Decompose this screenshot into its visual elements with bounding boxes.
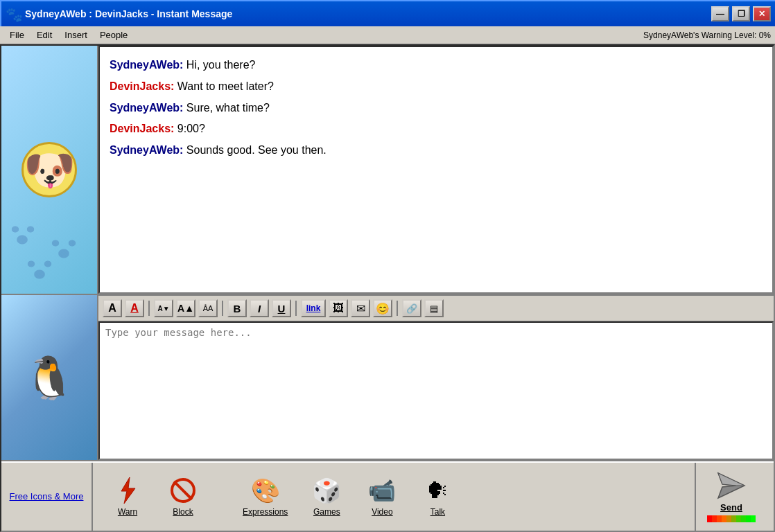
font-button[interactable]: A	[103, 299, 122, 317]
title-buttons: — ❐ ✕	[711, 6, 771, 21]
msg-text: Want to meet later?	[174, 80, 273, 92]
sender-name: DevinJacks:	[110, 123, 174, 134]
toolbar-separator-3	[295, 301, 297, 316]
font-color-button[interactable]: A	[125, 299, 144, 317]
video-button[interactable]: 📹 Video	[354, 472, 410, 521]
send-icon-svg	[717, 472, 746, 499]
font-style-button[interactable]: ÂA	[198, 299, 218, 317]
chat-message-4: DevinJacks: 9:00?	[110, 119, 763, 139]
font-larger-button[interactable]: A▲	[176, 299, 195, 317]
sender-name: SydneyAWeb:	[110, 102, 183, 114]
warn-icon-svg	[114, 476, 141, 505]
warn-button[interactable]: Warn	[100, 472, 155, 521]
games-label: Games	[313, 507, 340, 517]
image-button[interactable]: 🖼	[329, 299, 348, 317]
games-button[interactable]: 🎲 Games	[299, 472, 354, 521]
send-icon	[717, 472, 746, 499]
bottom-toolbar: Free Icons & More Warn	[1, 461, 774, 531]
menu-items: File Edit Insert People	[4, 28, 133, 42]
window-title: SydneyAWeb : DevinJacks - Instant Messag…	[25, 8, 232, 19]
title-bar: 🐾 SydneyAWeb : DevinJacks - Instant Mess…	[0, 0, 775, 26]
minimize-button[interactable]: —	[711, 6, 729, 21]
chat-message-3: SydneyAWeb: Sure, what time?	[110, 98, 763, 118]
compose-section: 🐧 A A A▼ A▲ ÂA B I U link 🖼	[1, 295, 774, 461]
video-label: Video	[372, 507, 392, 517]
menu-people[interactable]: People	[94, 28, 133, 42]
buddy-avatar-image	[21, 142, 77, 197]
video-icon: 📹	[368, 477, 396, 504]
app-icon: 🐾	[6, 6, 21, 21]
buddy-avatar	[1, 46, 98, 294]
free-icons-link[interactable]: Free Icons & More	[1, 491, 92, 503]
block-icon	[170, 477, 196, 504]
layout-button[interactable]: ▤	[424, 299, 444, 317]
email-button[interactable]: ✉	[351, 299, 370, 317]
compose-input[interactable]	[98, 321, 774, 460]
title-left: 🐾 SydneyAWeb : DevinJacks - Instant Mess…	[6, 6, 232, 21]
restore-button[interactable]: ❐	[732, 6, 750, 21]
sender-name: SydneyAWeb:	[110, 59, 183, 71]
close-button[interactable]: ✕	[753, 6, 771, 21]
link2-button[interactable]: 🔗	[402, 299, 421, 317]
compose-top: 🐧 A A A▼ A▲ ÂA B I U link 🖼	[1, 295, 774, 460]
games-icon: 🎲	[312, 477, 341, 504]
link-button[interactable]: link	[301, 299, 326, 317]
warn-icon	[114, 477, 141, 504]
bold-button[interactable]: B	[227, 299, 247, 317]
my-avatar-image: 🐧	[24, 353, 76, 402]
format-toolbar: A A A▼ A▲ ÂA B I U link 🖼 ✉ 😊 🔗	[98, 295, 774, 321]
svg-marker-0	[121, 477, 135, 504]
talk-icon: 🗣	[426, 477, 449, 504]
menu-edit[interactable]: Edit	[31, 28, 58, 42]
send-label: Send	[720, 502, 742, 513]
block-icon-svg	[170, 477, 196, 504]
menu-insert[interactable]: Insert	[59, 28, 93, 42]
block-label: Block	[173, 507, 193, 517]
warning-level: SydneyAWeb's Warning Level: 0%	[643, 30, 771, 40]
svg-line-2	[174, 481, 192, 499]
chat-message-1: SydneyAWeb: Hi, you there?	[110, 55, 763, 76]
msg-text: Hi, you there?	[183, 59, 255, 71]
expressions-button[interactable]: 🎨 Expressions	[232, 472, 299, 521]
progress-bar	[707, 515, 756, 522]
toolbar-separator-2	[222, 301, 223, 316]
send-button[interactable]: Send	[695, 463, 767, 531]
italic-button[interactable]: I	[250, 299, 269, 317]
expressions-label: Expressions	[243, 507, 288, 517]
chat-messages: SydneyAWeb: Hi, you there? DevinJacks: W…	[98, 46, 774, 294]
compose-right: A A A▼ A▲ ÂA B I U link 🖼 ✉ 😊 🔗	[98, 295, 774, 460]
block-button[interactable]: Block	[155, 472, 211, 521]
toolbar-separator	[148, 301, 150, 316]
sender-name: SydneyAWeb:	[110, 144, 183, 156]
talk-label: Talk	[430, 507, 445, 517]
expressions-icon: 🎨	[251, 477, 280, 504]
menu-file[interactable]: File	[4, 28, 30, 42]
talk-button[interactable]: 🗣 Talk	[410, 472, 465, 521]
my-avatar: 🐧	[1, 295, 98, 460]
chat-message-5: SydneyAWeb: Sounds good. See you then.	[110, 141, 763, 161]
msg-text: Sure, what time?	[183, 102, 270, 114]
bottom-buttons: Warn Block 🎨 Expressions	[92, 463, 774, 531]
main-area: SydneyAWeb: Hi, you there? DevinJacks: W…	[0, 44, 775, 532]
underline-button[interactable]: U	[272, 299, 291, 317]
sender-name: DevinJacks:	[110, 80, 174, 92]
menu-bar: File Edit Insert People SydneyAWeb's War…	[0, 26, 775, 44]
warn-label: Warn	[118, 507, 137, 517]
smiley-button[interactable]: 😊	[373, 299, 392, 317]
chat-message-2: DevinJacks: Want to meet later?	[110, 77, 763, 97]
font-smaller-button[interactable]: A▼	[154, 299, 173, 317]
chat-section: SydneyAWeb: Hi, you there? DevinJacks: W…	[1, 46, 774, 295]
msg-text: Sounds good. See you then.	[183, 144, 326, 156]
toolbar-separator-4	[397, 301, 398, 316]
msg-text: 9:00?	[174, 123, 204, 134]
svg-marker-4	[718, 473, 744, 486]
